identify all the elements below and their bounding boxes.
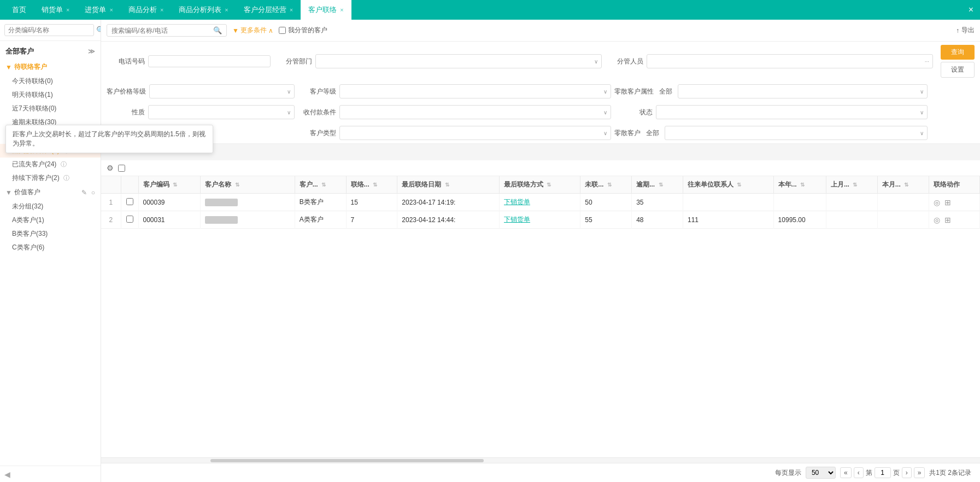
table-gear-icon[interactable]: ⚙ [107, 164, 114, 172]
sidebar-item-tomorrow-contact[interactable]: 明天待联络(1) [0, 88, 101, 102]
sidebar-collapse-icon[interactable]: ≫ [88, 48, 95, 55]
last-method-link-1[interactable]: 下销货单 [504, 198, 530, 206]
row-checkbox-1[interactable] [126, 198, 133, 205]
col-year-sort-icon[interactable]: ⇅ [800, 182, 805, 188]
filter-cust-type-select[interactable]: ∨ [339, 126, 611, 140]
nav-home[interactable]: 首页 [4, 0, 34, 20]
last-page-button[interactable]: » [914, 467, 925, 478]
close-purchase-order-icon[interactable]: × [109, 7, 113, 13]
sidebar-section-value-customer[interactable]: ▼ 价值客户 ✎ ○ [0, 185, 101, 200]
filter-search-icon[interactable]: 🔍 [213, 26, 222, 34]
sidebar-item-today-contact[interactable]: 今天待联络(0) [0, 74, 101, 88]
filter-search-input[interactable] [112, 27, 213, 34]
nav-sales-order[interactable]: 销货单 × [34, 0, 77, 20]
horizontal-scrollbar[interactable] [101, 457, 980, 463]
sidebar-item-lost-customers[interactable]: 已流失客户(24) ⓘ [0, 158, 101, 171]
table-select-all-checkbox[interactable] [118, 165, 125, 172]
col-code: 客户编码 ⇅ [138, 176, 201, 194]
sidebar-item-declining[interactable]: 持续下滑客户(2) ⓘ [0, 171, 101, 185]
sidebar-search-button[interactable]: 🔍 [96, 26, 101, 34]
close-product-analysis-list-icon[interactable]: × [225, 7, 228, 13]
col-type-sort-icon[interactable]: ⇅ [321, 182, 326, 188]
sidebar-edit-icon[interactable]: ✎ [81, 189, 87, 196]
query-button[interactable]: 查询 [941, 45, 975, 60]
filter-cell-payment: 收付款条件 ∨ [298, 105, 611, 119]
filter-manager-select[interactable]: ··· [647, 54, 933, 68]
col-last-month: 上月... ⇅ [826, 176, 877, 194]
sidebar-add-icon[interactable]: ○ [91, 189, 95, 196]
cell-last-method-1[interactable]: 下销货单 [499, 194, 580, 211]
filter-status-select[interactable]: ∨ [656, 105, 928, 119]
cell-uncontacted-2: 55 [580, 211, 632, 229]
cell-last-method-2[interactable]: 下销货单 [499, 211, 580, 229]
my-customers-checkbox[interactable] [279, 27, 286, 34]
filter-retail-cust-select[interactable]: ∨ [665, 126, 928, 140]
nav-purchase-order[interactable]: 进货单 × [77, 0, 120, 20]
sidebar-item-c-class[interactable]: C类客户(6) [0, 241, 101, 254]
col-name-sort-icon[interactable]: ⇅ [235, 182, 239, 188]
page-nav: « ‹ 第 页 › » [840, 467, 925, 478]
action-view-icon-1[interactable]: ◎ [934, 198, 940, 207]
nav-customer-layering[interactable]: 客户分层经营 × [236, 0, 301, 20]
settings-button[interactable]: 设置 [941, 62, 975, 78]
cell-check-1[interactable] [121, 194, 138, 211]
sidebar-section-pending-contact[interactable]: ▼ 待联络客户 [0, 60, 101, 74]
filter-price-grade-select[interactable]: ∨ [149, 84, 295, 98]
first-page-button[interactable]: « [840, 467, 852, 478]
close-customer-layering-icon[interactable]: × [290, 7, 293, 13]
col-overdue-sort-icon[interactable]: ⇅ [659, 182, 663, 188]
col-thismonth-sort-icon[interactable]: ⇅ [904, 182, 908, 188]
filter-phone-input[interactable] [148, 55, 271, 67]
nav-product-analysis-list[interactable]: 商品分析列表 × [171, 0, 236, 20]
more-conditions-button[interactable]: ▼ 更多条件 ∧ [232, 26, 273, 35]
filter-cust-type-chevron-icon: ∨ [603, 130, 607, 136]
prev-page-button[interactable]: ‹ [854, 467, 864, 478]
col-uncontacted-sort-icon[interactable]: ⇅ [607, 182, 612, 188]
scrollbar-thumb[interactable] [210, 459, 484, 462]
filter-payment-select[interactable]: ∨ [339, 105, 611, 119]
last-method-link-2[interactable]: 下销货单 [504, 216, 530, 223]
col-lastmonth-sort-icon[interactable]: ⇅ [853, 182, 857, 188]
filter-dept-label: 分管部门 [274, 57, 312, 66]
close-product-analysis-icon[interactable]: × [160, 7, 163, 13]
filter-nature-select[interactable]: ∨ [148, 105, 295, 119]
next-page-button[interactable]: › [902, 467, 912, 478]
action-more-icon-2[interactable]: ⊞ [944, 216, 951, 224]
col-this-year: 本年... ⇅ [773, 176, 826, 194]
sidebar-item-b-class[interactable]: B类客户(33) [0, 227, 101, 241]
action-more-icon-1[interactable]: ⊞ [944, 198, 951, 207]
col-last-date-sort-icon[interactable]: ⇅ [445, 182, 449, 188]
nav-customer-contact[interactable]: 客户联络 × [301, 0, 351, 20]
table-wrapper[interactable]: 客户编码 ⇅ 客户名称 ⇅ 客户... ⇅ [101, 176, 980, 457]
sidebar-item-ungroup[interactable]: 未分组(32) [0, 200, 101, 213]
page-size-select[interactable]: 50 20 100 [806, 467, 836, 479]
page-number-input[interactable] [875, 467, 891, 478]
filter-price-grade-chevron-icon: ∨ [287, 89, 291, 95]
sidebar-left-arrow-icon[interactable]: ◀ [4, 470, 10, 479]
filter-retail-attr-select[interactable]: ∨ [678, 84, 928, 98]
close-all-tabs-button[interactable]: × [969, 5, 973, 15]
close-customer-contact-icon[interactable]: × [340, 7, 343, 13]
filter-manager-ellipsis: ··· [925, 59, 929, 65]
filter-row-3: 性质 ∨ 收付款条件 ∨ 状态 [101, 102, 980, 123]
sidebar-item-7day-contact[interactable]: 近7天待联络(0) [0, 102, 101, 115]
sidebar-all-customers[interactable]: 全部客户 ≫ [0, 43, 101, 60]
col-code-sort-icon[interactable]: ⇅ [173, 182, 177, 188]
table-toolbar: ⚙ [101, 160, 980, 176]
filter-dept-select[interactable]: ∨ [315, 54, 602, 68]
col-contact-sort-icon[interactable]: ⇅ [373, 182, 377, 188]
col-unit-sort-icon[interactable]: ⇅ [737, 182, 741, 188]
close-sales-order-icon[interactable]: × [66, 7, 69, 13]
sidebar-item-a-class[interactable]: A类客户(1) [0, 213, 101, 227]
col-last-method-sort-icon[interactable]: ⇅ [547, 182, 551, 188]
action-view-icon-2[interactable]: ◎ [934, 216, 940, 224]
my-customers-label: 我分管的客户 [288, 26, 327, 35]
filter-cell-dept: 分管部门 ∨ [274, 54, 602, 68]
export-button[interactable]: ↑ 导出 [956, 26, 975, 35]
nav-product-analysis[interactable]: 商品分析 × [121, 0, 171, 20]
filter-cust-grade-select[interactable]: ∨ [339, 84, 611, 98]
sidebar-search-input[interactable] [4, 24, 94, 36]
cell-check-2[interactable] [121, 211, 138, 229]
export-icon: ↑ [956, 27, 959, 34]
row-checkbox-2[interactable] [126, 216, 133, 223]
